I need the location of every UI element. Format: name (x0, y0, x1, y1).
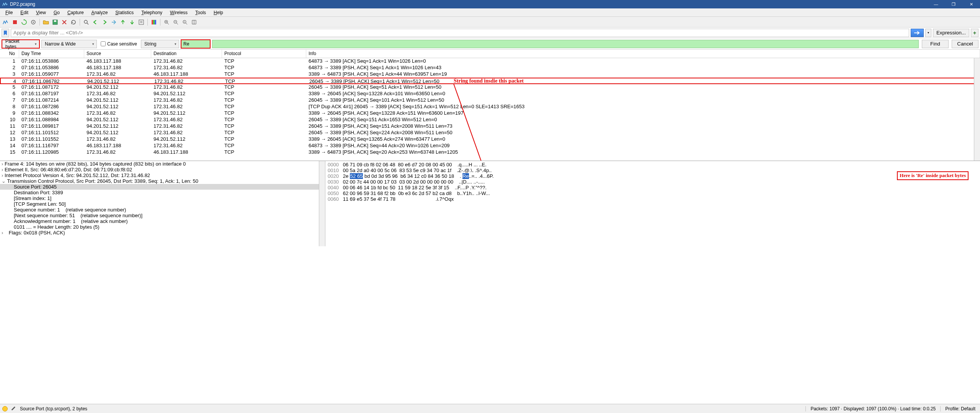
packet-row[interactable]: 307:16:11.059077172.31.46.8246.183.117.1… (0, 71, 980, 78)
packet-list-scrollbar[interactable] (974, 58, 980, 161)
hex-row[interactable]: 0020 2e 52 65 bd 0d 3d 95 96 b6 34 12 c0… (328, 173, 978, 179)
hex-row[interactable]: 0000 06 71 09 cb f8 02 06 48 80 e6 d7 20… (328, 162, 978, 167)
packet-row[interactable]: 207:16:11.05388646.183.117.188172.31.46.… (0, 65, 980, 71)
close-button[interactable]: ✕ (962, 0, 980, 8)
packet-row[interactable]: 1007:16:11.08898494.201.52.112172.31.46.… (0, 117, 980, 123)
status-profile[interactable]: Profile: Default (940, 406, 980, 411)
find-button[interactable]: Find (922, 40, 949, 48)
col-time[interactable]: Day Time (19, 50, 84, 58)
packet-bytes-pane[interactable]: 0000 06 71 09 cb f8 02 06 48 80 e6 d7 20… (325, 161, 980, 246)
menu-tools[interactable]: Tools (191, 9, 210, 16)
colorize-icon[interactable] (150, 18, 158, 26)
cancel-button[interactable]: Cancel (952, 40, 978, 48)
add-filter-button[interactable]: + (971, 29, 978, 37)
zoom-in-icon[interactable] (162, 18, 171, 26)
zoom-out-icon[interactable] (172, 18, 180, 26)
expert-info-icon[interactable] (2, 406, 8, 411)
go-first-icon[interactable] (119, 18, 127, 26)
details-scrollbar[interactable] (319, 161, 325, 246)
charset-dropdown[interactable]: Narrow & Wide (41, 40, 97, 48)
minimize-button[interactable]: — (927, 0, 945, 8)
packet-row[interactable]: 1107:16:11.08981794.201.52.112172.31.46.… (0, 123, 980, 130)
packet-row[interactable]: 607:16:11.087197172.31.46.8294.201.52.11… (0, 91, 980, 97)
packet-row[interactable]: 807:16:11.08728694.201.52.112172.31.46.8… (0, 104, 980, 110)
detail-line[interactable]: Acknowledgment number: 1 (relative ack n… (0, 218, 325, 224)
search-input[interactable] (181, 40, 210, 48)
detail-line[interactable]: Destination Port: 3389 (0, 190, 325, 195)
menu-help[interactable]: Help (210, 9, 227, 16)
detail-line[interactable]: Internet Protocol Version 4, Src: 94.201… (0, 172, 325, 178)
packet-row[interactable]: 1407:16:11.11679746.183.117.188172.31.46… (0, 143, 980, 149)
packet-row[interactable]: 507:16:11.08717294.201.52.112172.31.46.8… (0, 84, 980, 91)
packet-row[interactable]: 107:16:11.05388646.183.117.188172.31.46.… (0, 58, 980, 65)
detail-line[interactable]: Source Port: 26045 (0, 184, 325, 190)
display-filter-bar: ▾ Expression... + (0, 28, 980, 38)
apply-filter-dropdown[interactable]: ▾ (925, 29, 931, 37)
col-no[interactable]: No (0, 50, 19, 58)
hex-row[interactable]: 0010 00 5a 2d a0 40 00 5c 06 83 53 5e c9… (328, 167, 978, 173)
hex-row[interactable]: 0060 11 69 e5 37 5e 4f 71 78 .i.7^Oqx (328, 196, 978, 202)
detail-line[interactable]: [Stream index: 1] (0, 195, 325, 201)
col-info[interactable]: Info (306, 50, 980, 58)
search-type-dropdown[interactable]: String (141, 40, 179, 48)
svg-text:1: 1 (184, 21, 185, 23)
packet-details-pane[interactable]: Frame 4: 104 bytes on wire (832 bits), 1… (0, 161, 325, 246)
menu-go[interactable]: Go (50, 9, 64, 16)
detail-line[interactable]: 0101 .... = Header Length: 20 bytes (5) (0, 224, 325, 230)
menu-view[interactable]: View (32, 9, 50, 16)
search-rest[interactable] (212, 40, 919, 48)
hex-row[interactable]: 0040 00 06 46 14 1b fd bc 50 11 59 18 22… (328, 185, 978, 190)
menu-statistics[interactable]: Statistics (111, 9, 137, 16)
packet-row[interactable]: 1507:16:11.120985172.31.46.8246.183.117.… (0, 149, 980, 156)
go-to-packet-icon[interactable] (109, 18, 118, 26)
resize-columns-icon[interactable] (190, 18, 198, 26)
auto-scroll-icon[interactable] (137, 18, 145, 26)
display-filter-input[interactable] (11, 29, 909, 37)
apply-filter-button[interactable] (911, 29, 924, 37)
restart-capture-icon[interactable] (20, 18, 28, 26)
menu-file[interactable]: File (2, 9, 16, 16)
stop-capture-icon[interactable] (11, 18, 19, 26)
open-file-icon[interactable] (42, 18, 50, 26)
case-sensitive-checkbox[interactable]: Case sensitive (101, 41, 137, 47)
maximize-button[interactable]: ❐ (945, 0, 962, 8)
detail-line[interactable]: Transmission Control Protocol, Src Port:… (0, 178, 325, 184)
reload-icon[interactable] (69, 18, 78, 26)
menu-telephony[interactable]: Telephony (137, 9, 166, 16)
detail-line[interactable]: Ethernet II, Src: 06:48:80:e6:d7:20, Dst… (0, 167, 325, 172)
expression-button[interactable]: Expression... (933, 29, 969, 37)
zoom-reset-icon[interactable]: 1 (181, 18, 189, 26)
menu-capture[interactable]: Capture (64, 9, 88, 16)
menu-analyze[interactable]: Analyze (88, 9, 112, 16)
save-file-icon[interactable] (51, 18, 59, 26)
go-back-icon[interactable] (91, 18, 100, 26)
start-capture-icon[interactable] (2, 18, 10, 26)
packet-list[interactable]: 107:16:11.05388646.183.117.188172.31.46.… (0, 58, 980, 161)
close-file-icon[interactable] (60, 18, 69, 26)
detail-line[interactable]: [Next sequence number: 51 (relative sequ… (0, 213, 325, 218)
packet-row[interactable]: 907:16:11.088342172.31.46.8294.201.52.11… (0, 110, 980, 117)
packet-row[interactable]: 707:16:11.08721494.201.52.112172.31.46.8… (0, 97, 980, 104)
detail-line[interactable]: Sequence number: 1 (relative sequence nu… (0, 207, 325, 213)
go-forward-icon[interactable] (100, 18, 109, 26)
filter-bookmark-button[interactable] (2, 29, 9, 37)
col-proto[interactable]: Protocol (222, 50, 306, 58)
hex-row[interactable]: 0050 62 00 96 59 31 68 f2 bb 0b e3 6c 2d… (328, 190, 978, 196)
menu-edit[interactable]: Edit (16, 9, 32, 16)
detail-line[interactable]: [TCP Segment Len: 50] (0, 201, 325, 207)
wireshark-icon (2, 2, 8, 7)
detail-line[interactable]: Flags: 0x018 (PSH, ACK) (0, 230, 325, 236)
search-in-dropdown[interactable]: Packet bytes (2, 39, 40, 49)
col-src[interactable]: Source (84, 50, 151, 58)
col-dst[interactable]: Destination (151, 50, 222, 58)
capture-options-icon[interactable] (29, 18, 38, 26)
go-last-icon[interactable] (128, 18, 136, 26)
packet-row[interactable]: 1207:16:11.10151294.201.52.112172.31.46.… (0, 130, 980, 136)
menu-wireless[interactable]: Wireless (166, 9, 191, 16)
packet-row[interactable]: 1307:16:11.101552172.31.46.8294.201.52.1… (0, 136, 980, 143)
find-packet-icon[interactable] (82, 18, 90, 26)
hex-row[interactable]: 0030 02 00 7c 44 00 00 17 03 03 00 2d 00… (328, 179, 978, 185)
edit-prefs-icon[interactable] (11, 405, 17, 412)
detail-line[interactable]: Frame 4: 104 bytes on wire (832 bits), 1… (0, 161, 325, 167)
svg-point-2 (33, 21, 34, 23)
